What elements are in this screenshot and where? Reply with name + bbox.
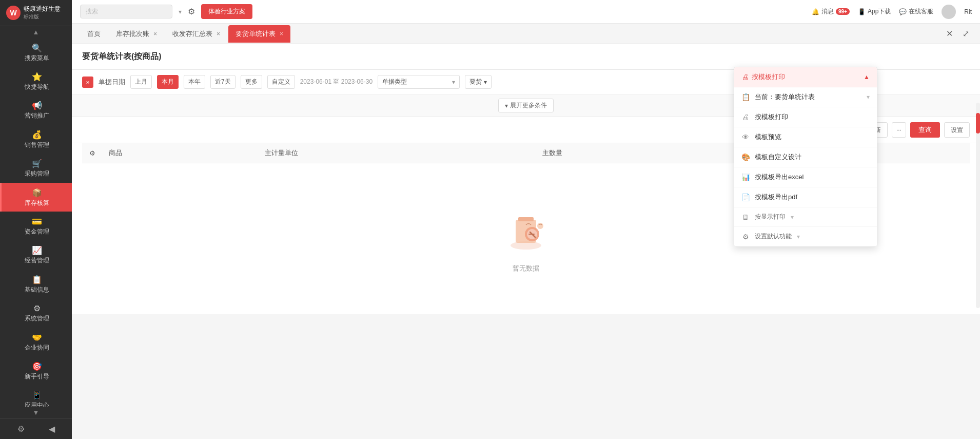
sidebar-label-finance: 资金管理 xyxy=(25,228,49,235)
sales-icon: 💰 xyxy=(32,130,42,140)
export-excel-icon: 📊 xyxy=(741,173,750,181)
topbar-gear-icon[interactable]: ⚙ xyxy=(188,7,195,16)
sidebar-label-basic-info: 基础信息 xyxy=(25,286,49,293)
sidebar-item-appcenter[interactable]: 📱 应用中心 xyxy=(0,385,72,407)
sidebar-scroll-up[interactable]: ▲ xyxy=(0,26,72,38)
dropdown-export-excel[interactable]: 📊 按模板导出excel xyxy=(734,167,877,187)
sidebar-item-inventory[interactable]: 📦 库存核算 xyxy=(0,183,72,212)
sidebar-item-finance[interactable]: 💳 资金管理 xyxy=(0,212,72,240)
export-pdf-icon: 📄 xyxy=(741,193,750,201)
dropdown-default-settings[interactable]: ⚙ 设置默认功能 ▾ xyxy=(734,227,877,246)
sidebar-item-purchase[interactable]: 🛒 采购管理 xyxy=(0,154,72,182)
app-download-item[interactable]: 📱 App下载 xyxy=(858,7,891,16)
type-filter-select[interactable]: 单据类型 ▾ xyxy=(378,75,460,89)
tab-inventory-batch-close[interactable]: × xyxy=(153,30,157,37)
tabbar: 首页 库存批次账 × 收发存汇总表 × 要货单统计表 × ✕ ⤢ xyxy=(72,24,980,44)
sidebar-scroll-down[interactable]: ▼ xyxy=(0,407,72,418)
dropdown-template-design[interactable]: 🎨 模板自定义设计 xyxy=(734,147,877,167)
default-settings-arrow: ▾ xyxy=(797,233,800,240)
sidebar-item-sales[interactable]: 💰 销售管理 xyxy=(0,125,72,154)
template-print-icon: 🖨 xyxy=(741,113,750,121)
date-btn-this-month[interactable]: 本月 xyxy=(157,75,179,89)
tab-order-stats-close[interactable]: × xyxy=(280,30,283,37)
col-unit: 主计量单位 xyxy=(259,143,536,163)
expand-icon: » xyxy=(86,79,90,86)
app-logo: W 畅康通好生意 标准版 xyxy=(0,0,72,26)
dropdown-close-chevron[interactable]: ▲ xyxy=(864,73,870,81)
app-name: 畅康通好生意 xyxy=(24,5,61,13)
maximize-btn[interactable]: ⤢ xyxy=(959,28,972,40)
dropdown-template-preview[interactable]: 👁 模板预览 xyxy=(734,127,877,147)
operations-icon: 📈 xyxy=(32,245,42,255)
industry-btn[interactable]: 体验行业方案 xyxy=(201,4,252,19)
tab-home[interactable]: 首页 xyxy=(80,25,108,43)
date-btn-custom[interactable]: 自定义 xyxy=(267,75,295,89)
close-window-btn[interactable]: ✕ xyxy=(943,28,955,40)
col-settings[interactable]: ⚙ xyxy=(82,143,103,163)
sidebar-label-guide: 新手引导 xyxy=(25,373,49,380)
search-nav-icon: 🔍 xyxy=(32,43,42,53)
notifications-item[interactable]: 🔔 消息 99+ xyxy=(812,7,850,16)
dropdown-header-left: 🖨 按模板打印 xyxy=(741,72,785,82)
topbar-chevron-icon[interactable]: ▾ xyxy=(179,8,182,15)
col-settings-icon: ⚙ xyxy=(89,149,95,157)
template-print-label: 按模板打印 xyxy=(755,112,870,122)
dropdown-export-pdf[interactable]: 📄 按模板导出pdf xyxy=(734,187,877,207)
date-btn-this-year[interactable]: 本年 xyxy=(184,75,205,89)
query-btn[interactable]: 查询 xyxy=(910,122,940,138)
tab-summary-close[interactable]: × xyxy=(217,30,220,37)
expand-more-label: 展开更多条件 xyxy=(510,101,547,110)
online-service-item[interactable]: 💬 在线客服 xyxy=(899,7,933,16)
yh-filter-item[interactable]: 要货 ▾ xyxy=(465,75,492,89)
dropdown-print-icon: 🖨 xyxy=(741,73,749,81)
dropdown-template-print[interactable]: 🖨 按模板打印 xyxy=(734,107,877,127)
sidebar-item-marketing[interactable]: 📢 营销推广 xyxy=(0,96,72,124)
settings-btn[interactable]: 设置 xyxy=(944,122,970,138)
service-icon: 💬 xyxy=(899,8,907,15)
sidebar-item-operations[interactable]: 📈 经营管理 xyxy=(0,240,72,269)
settings-bottom-icon[interactable]: ⚙ xyxy=(17,424,25,434)
tab-order-stats-label: 要货单统计表 xyxy=(236,29,276,39)
collapse-icon[interactable]: ◀ xyxy=(49,424,55,434)
dropdown-display-print[interactable]: 🖥 按显示打印 ▾ xyxy=(734,207,877,227)
current-template-icon: 📋 xyxy=(741,93,750,101)
date-btn-more[interactable]: 更多 xyxy=(241,75,262,89)
sidebar-item-quicknav[interactable]: ⭐ 快捷导航 xyxy=(0,67,72,96)
sidebar-item-system[interactable]: ⚙ 系统管理 xyxy=(0,298,72,327)
export-pdf-label: 按模板导出pdf xyxy=(755,193,870,202)
collab-icon: 🤝 xyxy=(32,333,42,342)
default-settings-icon: ⚙ xyxy=(741,233,750,241)
topbar-search-box[interactable]: 搜索 xyxy=(80,5,172,18)
sidebar-item-search[interactable]: 🔍 搜索菜单 xyxy=(0,38,72,67)
template-design-label: 模板自定义设计 xyxy=(755,152,870,162)
download-icon: 📱 xyxy=(858,8,866,15)
user-avatar[interactable] xyxy=(942,5,956,19)
search-text: 搜索 xyxy=(86,7,98,16)
sidebar-item-collab[interactable]: 🤝 企业协同 xyxy=(0,328,72,356)
expand-more-btn[interactable]: ▾ 展开更多条件 xyxy=(498,99,554,112)
topbar: 搜索 ▾ ⚙ 体验行业方案 🔔 消息 99+ 📱 App下载 💬 在线客服 Ri… xyxy=(72,0,980,24)
dropdown-header: 🖨 按模板打印 ▲ xyxy=(734,67,877,87)
sidebar-label-collab: 企业协同 xyxy=(25,344,49,351)
tab-inventory-batch[interactable]: 库存批次账 × xyxy=(109,25,164,43)
right-scrollbar[interactable] xyxy=(976,103,980,308)
tab-summary[interactable]: 收发存汇总表 × xyxy=(165,25,227,43)
tab-order-stats[interactable]: 要货单统计表 × xyxy=(228,25,290,43)
filter-expand-btn[interactable]: » xyxy=(82,77,93,88)
empty-state-illustration xyxy=(500,204,552,256)
logo-text-container: 畅康通好生意 标准版 xyxy=(24,5,61,21)
date-btn-last-month[interactable]: 上月 xyxy=(130,75,152,89)
sidebar-nav: 🔍 搜索菜单 ⭐ 快捷导航 📢 营销推广 💰 销售管理 🛒 采购管理 📦 库存核… xyxy=(0,38,72,407)
more-btn[interactable]: ··· xyxy=(892,122,906,138)
dropdown-current-template[interactable]: 📋 当前：要货单统计表 ▾ xyxy=(734,87,877,107)
user-name[interactable]: Rit xyxy=(964,8,972,15)
sidebar-item-basic-info[interactable]: 📋 基础信息 xyxy=(0,270,72,298)
template-preview-icon: 👁 xyxy=(741,133,750,141)
date-range-display: 2023-06-01 至 2023-06-30 xyxy=(300,78,373,86)
expand-more-icon: ▾ xyxy=(505,102,508,109)
type-filter-label: 单据类型 xyxy=(382,78,407,86)
tab-right-icons: ✕ ⤢ xyxy=(943,28,972,40)
sidebar-item-guide[interactable]: 🎯 新手引导 xyxy=(0,356,72,385)
date-btn-7days[interactable]: 近7天 xyxy=(210,75,236,89)
sidebar-label-purchase: 采购管理 xyxy=(25,170,49,177)
